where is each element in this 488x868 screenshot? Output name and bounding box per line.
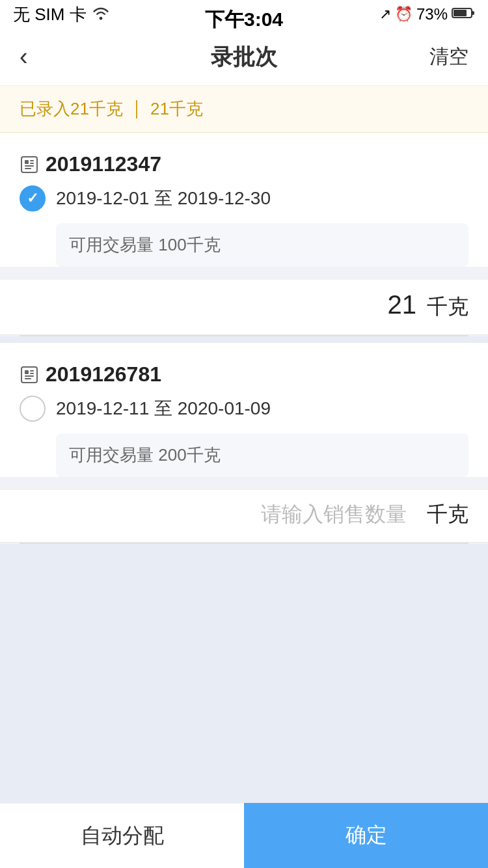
batch-icon-1 — [20, 155, 39, 174]
input-row-2[interactable]: 千克 — [0, 490, 488, 543]
batch-id-1: 2019112347 — [46, 152, 161, 176]
quantity-value-1: 21 — [388, 290, 417, 319]
location-icon: ↗ — [379, 6, 391, 23]
svg-rect-8 — [25, 168, 31, 169]
batch-icon-2 — [20, 365, 39, 385]
svg-rect-9 — [21, 367, 37, 383]
batch-card-1: 2019112347 ✓ 2019-12-01 至 2019-12-30 可用交… — [0, 133, 488, 267]
input-unit-2: 千克 — [427, 500, 468, 529]
auto-distribute-label: 自动分配 — [81, 822, 164, 850]
battery-percent: 73% — [416, 5, 448, 23]
svg-rect-10 — [25, 370, 29, 374]
section-divider — [0, 336, 488, 343]
back-button[interactable]: ‹ — [20, 43, 59, 71]
svg-rect-11 — [30, 370, 34, 372]
radio-2[interactable] — [20, 396, 46, 422]
carrier-text: 无 SIM 卡 — [13, 3, 87, 26]
check-mark-1: ✓ — [27, 190, 38, 207]
batch-header-2: 2019126781 — [20, 362, 468, 387]
wifi-icon — [92, 5, 110, 25]
page-title: 录批次 — [211, 29, 277, 86]
batch-date-row-2[interactable]: 2019-12-11 至 2020-01-09 — [20, 396, 468, 422]
batch-date-row-1[interactable]: ✓ 2019-12-01 至 2019-12-30 — [20, 185, 468, 211]
status-left: 无 SIM 卡 — [13, 3, 110, 26]
svg-rect-14 — [25, 378, 31, 379]
quantity-row-1: 21 千克 — [0, 280, 488, 335]
available-box-1: 可用交易量 100千克 — [56, 223, 468, 267]
battery-icon — [452, 5, 475, 23]
available-box-2: 可用交易量 200千克 — [56, 433, 468, 477]
summary-banner: 已录入21千克 21千克 — [0, 86, 488, 133]
batch-date-2: 2019-12-11 至 2020-01-09 — [56, 396, 271, 421]
confirm-label: 确定 — [346, 821, 387, 850]
summary-divider — [136, 100, 137, 118]
batch-card-2: 2019126781 2019-12-11 至 2020-01-09 可用交易量… — [0, 343, 488, 477]
svg-rect-7 — [25, 165, 34, 167]
batch-header-1: 2019112347 — [20, 152, 468, 176]
quantity-unit-1: 千克 — [427, 293, 468, 321]
clear-button[interactable]: 清空 — [429, 44, 468, 70]
svg-rect-13 — [25, 375, 34, 377]
batch-date-1: 2019-12-01 至 2019-12-30 — [56, 186, 271, 211]
alarm-icon: ⏰ — [395, 6, 413, 23]
summary-value: 21千克 — [150, 98, 203, 120]
confirm-button[interactable]: 确定 — [244, 803, 488, 868]
bottom-bar: 自动分配 确定 — [0, 803, 488, 868]
status-bar: 无 SIM 卡 下午3:04 ↗ ⏰ 73% — [0, 0, 488, 29]
radio-1[interactable]: ✓ — [20, 185, 46, 211]
batch-id-2: 2019126781 — [46, 362, 161, 387]
summary-label: 已录入21千克 — [20, 98, 123, 120]
available-text-2: 可用交易量 200千克 — [69, 445, 221, 465]
svg-rect-5 — [30, 160, 34, 161]
auto-distribute-button[interactable]: 自动分配 — [0, 803, 244, 868]
quantity-input-2[interactable] — [156, 502, 416, 526]
svg-rect-1 — [454, 10, 467, 16]
svg-rect-12 — [30, 373, 34, 374]
svg-rect-2 — [472, 11, 474, 15]
svg-rect-6 — [30, 163, 34, 164]
nav-bar: ‹ 录批次 清空 — [0, 29, 488, 86]
status-right: ↗ ⏰ 73% — [379, 5, 475, 23]
available-text-1: 可用交易量 100千克 — [69, 235, 221, 254]
svg-rect-4 — [25, 160, 29, 164]
svg-rect-3 — [21, 157, 37, 172]
